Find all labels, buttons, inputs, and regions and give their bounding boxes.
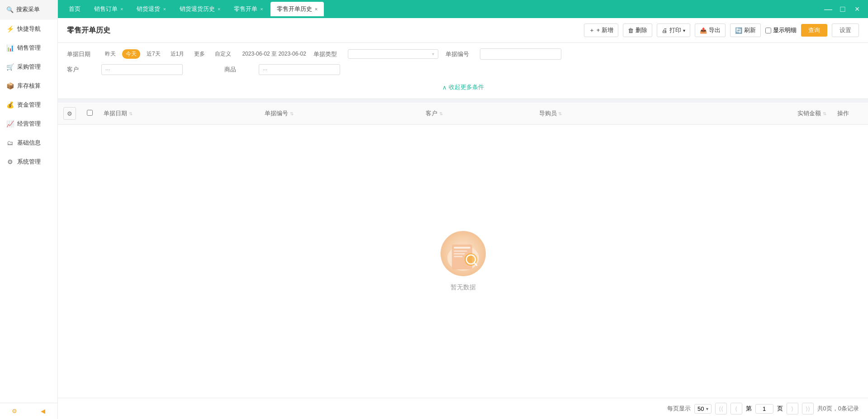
export-icon: 📤 bbox=[700, 27, 707, 34]
collapse-button[interactable]: ∧ 收起更多条件 bbox=[439, 81, 488, 93]
date-btn-more[interactable]: 更多 bbox=[190, 49, 209, 59]
th-guide-label: 导购员 bbox=[539, 110, 557, 117]
tab-sales-return-close[interactable]: × bbox=[163, 6, 166, 12]
sidebar-item-kuaijie[interactable]: ⚡ 快捷导航 bbox=[0, 19, 57, 38]
goods-input[interactable]: ··· bbox=[259, 64, 340, 75]
kucun-icon: 📦 bbox=[6, 82, 14, 89]
restore-button[interactable]: □ bbox=[836, 3, 849, 15]
svg-rect-3 bbox=[454, 250, 467, 252]
tab-sales-return-history[interactable]: 销货退货历史 × bbox=[173, 2, 227, 16]
sidebar-search[interactable]: 🔍 搜索采单 bbox=[0, 0, 57, 19]
page-number-input[interactable] bbox=[755, 404, 773, 414]
date-btn-last-month[interactable]: 近1月 bbox=[167, 49, 188, 59]
sidebar-item-label: 销售管理 bbox=[17, 44, 41, 52]
tab-home-label: 首页 bbox=[69, 5, 81, 13]
sidebar-item-xitong[interactable]: ⚙ 系统管理 bbox=[0, 152, 57, 171]
date-btn-last7[interactable]: 近7天 bbox=[143, 49, 164, 59]
goods-placeholder: ··· bbox=[263, 66, 336, 73]
xiaoshou-icon: 📊 bbox=[6, 44, 14, 52]
show-detail-checkbox[interactable] bbox=[765, 28, 771, 33]
refresh-button[interactable]: 🔄 刷新 bbox=[730, 24, 761, 37]
tab-sales-return[interactable]: 销货退货 × bbox=[130, 2, 172, 16]
sidebar-item-label: 资金管理 bbox=[17, 101, 41, 109]
svg-rect-5 bbox=[454, 256, 463, 257]
first-page-button[interactable]: ⟨⟨ bbox=[715, 403, 727, 414]
close-button[interactable]: × bbox=[851, 3, 863, 15]
tab-retail-open[interactable]: 零售开单 × bbox=[228, 2, 269, 16]
page-unit: 页 bbox=[777, 405, 783, 413]
export-button[interactable]: 📤 导出 bbox=[695, 24, 726, 37]
th-date: 单据日期 ⇅ bbox=[98, 103, 259, 125]
sidebar-item-zijin[interactable]: 💰 资金管理 bbox=[0, 95, 57, 114]
date-btn-yesterday[interactable]: 昨天 bbox=[101, 49, 119, 59]
empty-state: 暂无数据 bbox=[58, 125, 868, 398]
tab-retail-open-close[interactable]: × bbox=[260, 6, 263, 12]
delete-button[interactable]: 🗑 删除 bbox=[623, 24, 652, 37]
print-icon: 🖨 bbox=[662, 27, 668, 34]
filter-row-2: 客户 ··· 商品 ··· bbox=[67, 64, 859, 75]
query-button[interactable]: 查询 bbox=[801, 24, 827, 37]
sidebar-item-jingying[interactable]: 📈 经营管理 bbox=[0, 114, 57, 133]
customer-input[interactable]: ··· bbox=[101, 64, 183, 75]
tab-sales-return-history-close[interactable]: × bbox=[218, 6, 220, 12]
chevron-down-icon: ▾ bbox=[432, 52, 434, 56]
tab-sales-order-label: 销售订单 bbox=[94, 5, 118, 13]
sort-guide-icon[interactable]: ⇅ bbox=[558, 111, 562, 116]
sidebar-item-label: 采购管理 bbox=[17, 63, 41, 71]
date-btn-custom[interactable]: 自定义 bbox=[211, 49, 235, 59]
settings-button[interactable]: 设置 bbox=[832, 24, 859, 37]
tab-home[interactable]: 首页 bbox=[62, 2, 87, 16]
tab-retail-history[interactable]: 零售开单历史 × bbox=[270, 2, 324, 16]
page-size-dropdown-icon: ▾ bbox=[706, 406, 708, 411]
sidebar-item-xiaoshou[interactable]: 📊 销售管理 bbox=[0, 38, 57, 57]
empty-icon bbox=[441, 231, 486, 276]
sidebar: 🔍 搜索采单 ⚡ 快捷导航 📊 销售管理 🛒 采购管理 📦 库存核算 💰 资金管… bbox=[0, 0, 58, 419]
doc-type-select[interactable]: ▾ bbox=[348, 49, 438, 59]
tab-sales-order[interactable]: 销售订单 × bbox=[88, 2, 129, 16]
print-button[interactable]: 🖨 打印 ▾ bbox=[657, 24, 690, 37]
kuaijie-icon: ⚡ bbox=[6, 25, 14, 33]
tab-sales-return-history-label: 销货退货历史 bbox=[180, 5, 215, 13]
filter-area: 单据日期 昨天 今天 近7天 近1月 更多 自定义 2023-06-02 至 2… bbox=[58, 43, 868, 99]
filter-row-1: 单据日期 昨天 今天 近7天 近1月 更多 自定义 2023-06-02 至 2… bbox=[67, 48, 859, 60]
date-btn-today[interactable]: 今天 bbox=[122, 49, 140, 59]
next-page-button[interactable]: ⟩ bbox=[787, 403, 798, 414]
sidebar-settings-button[interactable]: ⚙ bbox=[0, 403, 29, 419]
sort-amount-icon[interactable]: ⇅ bbox=[823, 111, 826, 116]
last-page-button[interactable]: ⟩⟩ bbox=[802, 403, 814, 414]
table-settings-button[interactable]: ⚙ bbox=[63, 107, 76, 120]
zijin-icon: 💰 bbox=[6, 101, 14, 108]
tab-sales-return-label: 销货退货 bbox=[137, 5, 160, 13]
page-size-select[interactable]: 50 ▾ bbox=[694, 404, 711, 414]
prev-page-button[interactable]: ⟨ bbox=[730, 403, 742, 414]
svg-rect-2 bbox=[454, 247, 470, 249]
add-icon: ＋ bbox=[589, 26, 595, 34]
jingying-icon: 📈 bbox=[6, 120, 14, 127]
sort-date-icon[interactable]: ⇅ bbox=[129, 111, 133, 116]
pagination: 每页显示 50 ▾ ⟨⟨ ⟨ 第 页 ⟩ ⟩⟩ 共0页，0条记录 bbox=[58, 398, 868, 419]
sidebar-item-caigou[interactable]: 🛒 采购管理 bbox=[0, 57, 57, 76]
sidebar-item-jichu[interactable]: 🗂 基础信息 bbox=[0, 133, 57, 152]
tab-sales-order-close[interactable]: × bbox=[120, 6, 123, 12]
th-amount: 实销金额 ⇅ bbox=[671, 103, 832, 125]
per-page-label: 每页显示 bbox=[667, 405, 691, 413]
th-guide: 导购员 ⇅ bbox=[534, 103, 671, 125]
th-amount-label: 实销金额 bbox=[797, 110, 821, 117]
add-button[interactable]: ＋ + 新增 bbox=[584, 24, 618, 37]
tab-retail-history-close[interactable]: × bbox=[315, 6, 318, 12]
total-info: 共0页，0条记录 bbox=[817, 405, 859, 413]
sort-customer-icon[interactable]: ⇅ bbox=[439, 111, 443, 116]
select-all-checkbox[interactable] bbox=[87, 110, 93, 116]
sidebar-collapse-button[interactable]: ◀ bbox=[29, 403, 58, 419]
minimize-button[interactable]: — bbox=[822, 3, 835, 15]
th-settings: ⚙ bbox=[58, 103, 81, 125]
show-detail-checkbox-wrap[interactable]: 显示明细 bbox=[765, 26, 797, 34]
th-customer: 客户 ⇅ bbox=[420, 103, 533, 125]
th-date-label: 单据日期 bbox=[104, 110, 127, 117]
sidebar-item-kucun[interactable]: 📦 库存核算 bbox=[0, 76, 57, 95]
sidebar-item-label: 快捷导航 bbox=[17, 25, 41, 33]
window-controls: — □ × bbox=[822, 3, 863, 15]
tab-retail-open-label: 零售开单 bbox=[234, 5, 257, 13]
doc-no-input[interactable] bbox=[480, 48, 561, 60]
sort-no-icon[interactable]: ⇅ bbox=[290, 111, 294, 116]
